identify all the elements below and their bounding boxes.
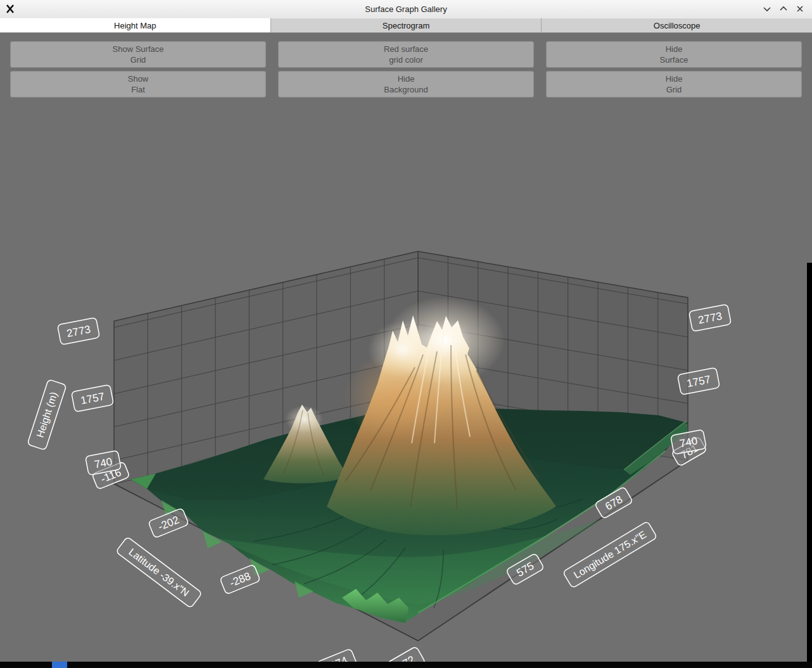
height-axis-title: Height (m)	[27, 379, 67, 450]
hide-surface-button[interactable]: Hide Surface	[546, 41, 802, 68]
control-button-grid: Show Surface Grid Red surface grid color…	[10, 41, 802, 98]
hide-background-button[interactable]: Hide Background	[278, 71, 534, 98]
latitude-axis-title: Latitude -39.x"N	[116, 536, 202, 608]
shade-button[interactable]	[761, 3, 773, 15]
app-window: Surface Graph Gallery Height Map Spectro…	[0, 0, 812, 668]
close-button[interactable]	[794, 3, 806, 15]
window-controls	[761, 3, 812, 15]
latitude-tick--288: -288	[220, 564, 260, 595]
x11-app-icon	[5, 4, 15, 14]
desktop-background-strip	[807, 263, 812, 668]
maximize-button[interactable]	[778, 3, 789, 15]
svg-text:Latitude -39.x"N: Latitude -39.x"N	[127, 546, 191, 598]
show-flat-button[interactable]: Show Flat	[10, 71, 266, 98]
surface-grid-color-button[interactable]: Red surface grid color	[278, 41, 534, 68]
chevron-down-icon	[761, 3, 773, 15]
show-surface-grid-button[interactable]: Show Surface Grid	[10, 41, 266, 68]
chevron-up-icon	[778, 3, 789, 15]
height-tick-1757-left: 1757	[72, 384, 114, 412]
taskbar	[0, 662, 812, 668]
surface-3d-plot[interactable]: -116 781 2773 1757 740 2773 1757 740 -20…	[0, 0, 812, 668]
height-tick-2773-left: 2773	[58, 317, 100, 344]
svg-text:Longitude 175.x"E: Longitude 175.x"E	[572, 529, 648, 581]
height-tick-2773-right: 2773	[689, 304, 732, 331]
taskbar-item[interactable]	[52, 662, 67, 668]
hide-grid-button[interactable]: Hide Grid	[546, 71, 802, 98]
close-x-icon	[794, 3, 806, 15]
